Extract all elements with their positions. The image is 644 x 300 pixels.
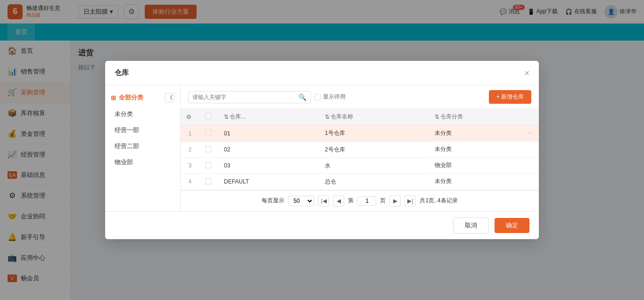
- col-category: ⇅ 仓库分类: [429, 109, 539, 125]
- all-categories-label: 全部分类: [119, 93, 143, 102]
- total-info: 共1页, 4条记录: [420, 197, 457, 205]
- row-num: 2: [181, 142, 199, 158]
- page-size-select[interactable]: 50 10 20 100: [288, 196, 314, 206]
- row-category: 未分类: [429, 174, 539, 190]
- warehouse-table-wrap: ⚙ ⇅ 仓库...: [181, 109, 539, 190]
- sort-icon: ⇅: [224, 114, 229, 120]
- select-all-checkbox[interactable]: [205, 113, 212, 119]
- collapse-sidebar-button[interactable]: 《: [165, 93, 174, 102]
- page-size-label: 每页显示: [262, 197, 284, 205]
- row-category: 物业部: [429, 158, 539, 174]
- settings-col-icon: ⚙: [186, 114, 191, 120]
- row-checkbox[interactable]: [205, 162, 212, 168]
- modal-footer: 取消 确定: [105, 211, 539, 239]
- modal-close-button[interactable]: ×: [524, 69, 529, 77]
- page-label: 第: [348, 197, 354, 205]
- category-item-uncategorized[interactable]: 未分类: [105, 106, 180, 122]
- prev-page-button[interactable]: ◀: [333, 195, 344, 207]
- modal-title: 仓库: [115, 68, 129, 77]
- all-categories-item[interactable]: ⊞ 全部分类 《: [105, 89, 180, 106]
- row-code: 02: [218, 142, 319, 158]
- row-code: 01: [218, 125, 319, 142]
- row-checkbox[interactable]: [205, 146, 212, 152]
- modal-main: 🔍 显示停用 + 新增仓库 ⚙: [181, 85, 539, 211]
- col-name: ⇅ 仓库名称: [319, 109, 429, 125]
- category-item-ops1[interactable]: 经营一部: [105, 122, 180, 138]
- col-checkbox: [199, 109, 218, 125]
- warehouse-modal: 仓库 × ⊞ 全部分类 《 未分类 经营一部 经营二部: [105, 61, 539, 239]
- row-checkbox-cell: [199, 174, 218, 190]
- row-checkbox-cell: [199, 142, 218, 158]
- table-row[interactable]: 4 DEFAULT 总仓 未分类: [181, 174, 539, 190]
- row-name: 1号仓库: [319, 125, 429, 142]
- modal-category-sidebar: ⊞ 全部分类 《 未分类 经营一部 经营二部 物业部: [105, 85, 181, 211]
- row-name: 总仓: [319, 174, 429, 190]
- row-category: 未分类: [429, 142, 539, 158]
- next-page-button[interactable]: ▶: [389, 195, 401, 207]
- show-disabled-label: 显示停用: [323, 93, 346, 101]
- sort-icon: ⇅: [325, 114, 330, 120]
- row-code: 03: [218, 158, 319, 174]
- grid-icon: ⊞: [111, 94, 116, 101]
- search-input[interactable]: [192, 94, 298, 100]
- cancel-button[interactable]: 取消: [453, 217, 489, 233]
- table-row[interactable]: 1 01 1号仓库 未分类 ···: [181, 125, 539, 142]
- row-checkbox[interactable]: [205, 178, 212, 184]
- page-suffix: 页: [380, 197, 386, 205]
- modal-toolbar: 🔍 显示停用 + 新增仓库: [181, 85, 539, 109]
- category-item-property[interactable]: 物业部: [105, 154, 180, 170]
- row-checkbox[interactable]: [205, 129, 212, 136]
- row-checkbox-cell: [199, 158, 218, 174]
- page-number-input[interactable]: [357, 196, 376, 206]
- row-num: 3: [181, 158, 199, 174]
- modal-overlay[interactable]: 仓库 × ⊞ 全部分类 《 未分类 经营一部 经营二部: [0, 0, 644, 300]
- col-settings: ⚙: [181, 109, 199, 125]
- row-num: 4: [181, 174, 199, 190]
- last-page-button[interactable]: ▶|: [405, 195, 416, 207]
- row-name: 2号仓库: [319, 142, 429, 158]
- confirm-button[interactable]: 确定: [495, 218, 529, 233]
- show-disabled-wrap: 显示停用: [314, 93, 346, 101]
- row-category: 未分类 ···: [429, 125, 539, 142]
- show-disabled-checkbox[interactable]: [314, 94, 321, 100]
- search-icon[interactable]: 🔍: [298, 93, 306, 101]
- sort-icon: ⇅: [435, 114, 439, 120]
- row-name: 水: [319, 158, 429, 174]
- modal-pagination: 每页显示 50 10 20 100 |◀ ◀ 第 页 ▶ ▶| 共1页, 4条记…: [181, 190, 539, 211]
- table-row[interactable]: 2 02 2号仓库 未分类: [181, 142, 539, 158]
- search-input-wrap[interactable]: 🔍: [188, 91, 311, 103]
- new-warehouse-button[interactable]: + 新增仓库: [489, 90, 531, 104]
- modal-header: 仓库 ×: [105, 61, 539, 85]
- category-item-ops2[interactable]: 经营二部: [105, 138, 180, 154]
- more-actions-button[interactable]: ···: [527, 129, 533, 137]
- warehouse-table: ⚙ ⇅ 仓库...: [181, 109, 539, 190]
- table-row[interactable]: 3 03 水 物业部: [181, 158, 539, 174]
- first-page-button[interactable]: |◀: [318, 195, 329, 207]
- col-code: ⇅ 仓库...: [218, 109, 319, 125]
- row-checkbox-cell: [199, 125, 218, 142]
- modal-body: ⊞ 全部分类 《 未分类 经营一部 经营二部 物业部: [105, 85, 539, 211]
- row-code: DEFAULT: [218, 174, 319, 190]
- row-num: 1: [181, 125, 199, 142]
